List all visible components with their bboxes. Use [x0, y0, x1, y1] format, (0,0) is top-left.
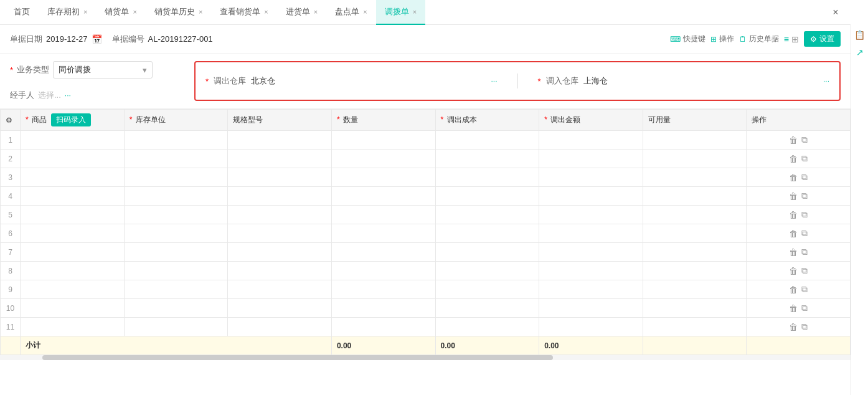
copy-icon[interactable]: ⧉: [801, 303, 808, 313]
delete-icon[interactable]: 🗑: [789, 210, 798, 220]
warehouse-in-more-button[interactable]: ···: [823, 77, 829, 85]
tab-close-transfer[interactable]: ×: [413, 8, 417, 16]
tab-transfer[interactable]: 调拨单 ×: [376, 0, 425, 25]
biz-type-value: 同价调拨: [59, 64, 91, 75]
subtotal-row: 小计 0.00 0.00 0.00: [1, 336, 851, 355]
sidebar-export-icon[interactable]: ↗: [856, 47, 864, 57]
date-value[interactable]: 2019-12-27: [46, 34, 88, 44]
tab-view-sales[interactable]: 查看销货单 ×: [211, 0, 276, 25]
table-row: 7🗑⧉: [1, 243, 851, 262]
horizontal-scrollbar[interactable]: [0, 355, 851, 360]
tab-close-sales-order[interactable]: ×: [133, 8, 136, 16]
left-form: * 业务类型 同价调拨 ▾ 经手人 选择... ···: [10, 61, 184, 101]
copy-icon[interactable]: ⧉: [801, 172, 808, 183]
tab-close-inventory-init[interactable]: ×: [83, 8, 87, 16]
sidebar-notes-icon[interactable]: 📋: [854, 30, 865, 40]
copy-icon[interactable]: ⧉: [801, 321, 808, 332]
tab-sales-order[interactable]: 销货单 ×: [96, 0, 145, 25]
operation-button[interactable]: ⊞ 操作: [710, 34, 734, 44]
handler-field: 经手人 选择... ···: [10, 90, 184, 101]
delete-icon[interactable]: 🗑: [789, 285, 798, 295]
tab-close-sales-history[interactable]: ×: [199, 8, 202, 16]
table-row: 5🗑⧉: [1, 206, 851, 224]
dropdown-arrow-icon: ▾: [143, 65, 147, 75]
warehouse-in-value[interactable]: 上海仓: [583, 75, 608, 87]
copy-icon[interactable]: ⧉: [801, 135, 808, 145]
subtotal-amount: 0.00: [539, 336, 643, 355]
operation-icon: ⊞: [710, 35, 717, 44]
table-row: 10🗑⧉: [1, 299, 851, 318]
handler-more-button[interactable]: ···: [65, 91, 71, 100]
scroll-thumb[interactable]: [42, 355, 553, 360]
docno-label: 单据编号: [112, 34, 144, 45]
table-row: 2🗑⧉: [1, 150, 851, 168]
docno-field-group: 单据编号 AL-20191227-001: [112, 34, 213, 45]
col-available: 可用量: [643, 110, 747, 131]
col-gear[interactable]: ⚙: [1, 110, 21, 131]
col-qty: * 数量: [331, 110, 435, 131]
handler-input[interactable]: 选择...: [38, 90, 61, 101]
shortcut-button[interactable]: ⌨ 快捷键: [670, 34, 705, 44]
warehouse-out-value[interactable]: 北京仓: [251, 75, 275, 87]
delete-icon[interactable]: 🗑: [789, 191, 798, 201]
biz-type-field: * 业务类型 同价调拨 ▾: [10, 61, 184, 79]
tab-inventory[interactable]: 盘点单 ×: [326, 0, 375, 25]
shortcut-icon: ⌨: [670, 35, 681, 44]
right-sidebar: 📋 ↗: [851, 25, 868, 360]
delete-icon[interactable]: 🗑: [789, 173, 798, 183]
delete-icon[interactable]: 🗑: [789, 229, 798, 239]
biz-type-label: 业务类型: [17, 64, 49, 75]
form-body: * 业务类型 同价调拨 ▾ 经手人 选择... ··· * 调出仓库 北京仓 ·…: [0, 54, 851, 109]
calendar-icon[interactable]: 📅: [92, 34, 102, 44]
copy-icon[interactable]: ⧉: [801, 228, 808, 239]
tab-inventory-init[interactable]: 库存期初 ×: [39, 0, 96, 25]
biz-type-dropdown[interactable]: 同价调拨 ▾: [53, 61, 153, 79]
layout-grid-icon[interactable]: ⊞: [791, 34, 799, 44]
layout-list-icon[interactable]: ≡: [784, 34, 789, 44]
tab-home[interactable]: 首页: [5, 0, 39, 25]
table-row: 8🗑⧉: [1, 262, 851, 280]
gear-icon: ⚙: [810, 35, 817, 44]
tab-close-inventory[interactable]: ×: [363, 8, 367, 16]
scan-entry-button[interactable]: 扫码录入: [51, 113, 91, 126]
table-row: 3🗑⧉: [1, 168, 851, 187]
tab-bar: 首页 库存期初 × 销货单 × 销货单历史 × 查看销货单 × 进货单 × 盘点…: [0, 0, 851, 25]
warehouse-section: * 调出仓库 北京仓 ··· * 调入仓库 上海仓 ···: [194, 61, 841, 101]
docno-value: AL-20191227-001: [148, 34, 213, 44]
tab-close-view-sales[interactable]: ×: [264, 8, 268, 16]
delete-icon[interactable]: 🗑: [789, 247, 798, 257]
warehouse-in-required: *: [538, 77, 541, 86]
tab-purchase[interactable]: 进货单 ×: [277, 0, 326, 25]
delete-icon[interactable]: 🗑: [789, 135, 798, 145]
col-spec: 规格型号: [228, 110, 332, 131]
tab-close-purchase[interactable]: ×: [314, 8, 318, 16]
window-close-button[interactable]: ×: [826, 2, 846, 22]
table-row: 1🗑⧉: [1, 131, 851, 150]
history-button[interactable]: 🗒 历史单据: [739, 34, 779, 44]
copy-icon[interactable]: ⧉: [801, 209, 808, 220]
subtotal-label: 小计: [21, 336, 332, 355]
tab-sales-history[interactable]: 销货单历史 ×: [146, 0, 211, 25]
delete-icon[interactable]: 🗑: [789, 154, 798, 164]
biz-type-required: *: [10, 65, 13, 75]
col-product: * 商品 扫码录入: [21, 110, 125, 131]
delete-icon[interactable]: 🗑: [789, 303, 798, 313]
table-row: 9🗑⧉: [1, 280, 851, 299]
delete-icon[interactable]: 🗑: [789, 266, 798, 276]
date-label: 单据日期: [10, 34, 42, 45]
settings-button[interactable]: ⚙ 设置: [804, 31, 841, 47]
data-table-container: ⚙ * 商品 扫码录入 * 库存单位 规格型号 * 数: [0, 109, 851, 360]
copy-icon[interactable]: ⧉: [801, 284, 808, 295]
delete-icon[interactable]: 🗑: [789, 322, 798, 332]
copy-icon[interactable]: ⧉: [801, 265, 808, 276]
warehouse-out-more-button[interactable]: ···: [491, 77, 497, 85]
table-header-row: ⚙ * 商品 扫码录入 * 库存单位 规格型号 * 数: [1, 110, 851, 131]
copy-icon[interactable]: ⧉: [801, 153, 808, 164]
copy-icon[interactable]: ⧉: [801, 247, 808, 257]
subtotal-cost: 0.00: [435, 336, 539, 355]
handler-label: 经手人: [10, 90, 34, 101]
col-cost: * 调出成本: [435, 110, 539, 131]
layout-icons: ≡ ⊞: [784, 34, 799, 44]
copy-icon[interactable]: ⧉: [801, 191, 808, 201]
history-icon: 🗒: [739, 35, 747, 44]
